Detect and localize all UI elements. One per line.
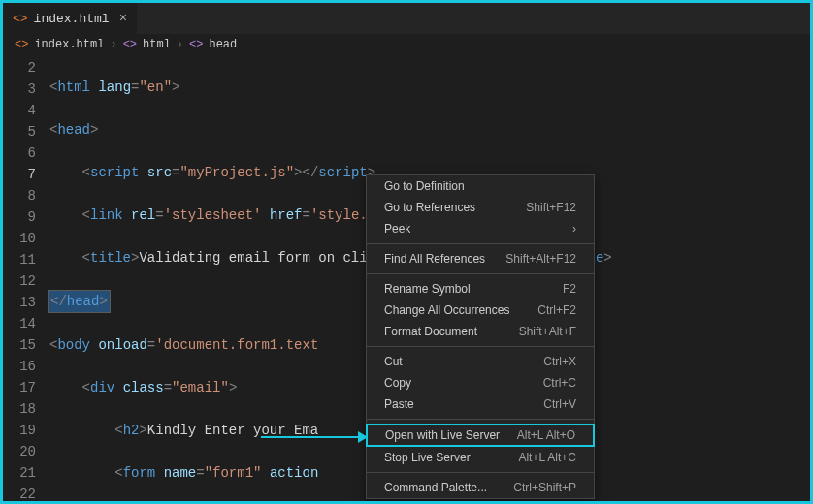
menu-separator xyxy=(367,243,594,244)
menu-paste[interactable]: PasteCtrl+V xyxy=(367,394,594,415)
menu-find-all-references[interactable]: Find All ReferencesShift+Alt+F12 xyxy=(367,248,594,269)
tab-index-html[interactable]: <> index.html × xyxy=(3,3,137,34)
menu-stop-live-server[interactable]: Stop Live ServerAlt+L Alt+C xyxy=(367,447,594,468)
chevron-right-icon: › xyxy=(110,38,116,51)
menu-separator xyxy=(367,472,594,473)
menu-format-document[interactable]: Format DocumentShift+Alt+F xyxy=(367,321,594,342)
line-numbers: 2345678910111213141516171819202122 xyxy=(3,55,49,504)
tab-bar: <> index.html × xyxy=(3,3,810,34)
chevron-right-icon: › xyxy=(177,38,183,51)
breadcrumb-file[interactable]: index.html xyxy=(34,38,104,51)
menu-command-palette[interactable]: Command Palette...Ctrl+Shift+P xyxy=(367,477,594,498)
html-file-icon: <> xyxy=(13,12,28,26)
menu-separator xyxy=(367,419,594,420)
menu-rename-symbol[interactable]: Rename SymbolF2 xyxy=(367,278,594,299)
html-file-icon: <> xyxy=(15,38,28,51)
close-icon[interactable]: × xyxy=(119,11,127,26)
breadcrumb[interactable]: <> index.html › <> html › <> head xyxy=(3,34,810,55)
menu-separator xyxy=(367,346,594,347)
menu-goto-references[interactable]: Go to ReferencesShift+F12 xyxy=(367,197,594,218)
menu-peek[interactable]: Peek xyxy=(367,218,594,239)
breadcrumb-symbol[interactable]: head xyxy=(209,38,237,51)
context-menu: Go to Definition Go to ReferencesShift+F… xyxy=(366,174,595,499)
breadcrumb-symbol[interactable]: html xyxy=(143,38,171,51)
annotation-arrow xyxy=(261,436,366,438)
menu-change-all[interactable]: Change All OccurrencesCtrl+F2 xyxy=(367,299,594,321)
menu-copy[interactable]: CopyCtrl+C xyxy=(367,372,594,394)
menu-goto-definition[interactable]: Go to Definition xyxy=(367,175,594,197)
menu-separator xyxy=(367,273,594,274)
tab-label: index.html xyxy=(34,12,110,26)
symbol-icon: <> xyxy=(189,38,203,51)
symbol-icon: <> xyxy=(123,38,137,51)
menu-cut[interactable]: CutCtrl+X xyxy=(367,351,594,372)
menu-open-live-server[interactable]: Open with Live ServerAlt+L Alt+O xyxy=(366,424,595,447)
